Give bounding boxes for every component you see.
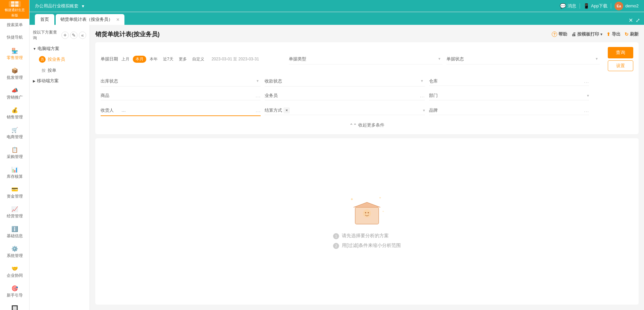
sidebar-item-wholesale[interactable]: 📦 批发管理 [0, 64, 29, 84]
sidebar-item-retail[interactable]: 🏪 零售管理 [0, 44, 29, 64]
tab-home-label: 首页 [40, 16, 49, 22]
collapse-arrow-icon: ⌃⌃ [350, 123, 357, 128]
date-label: 单据日期 [101, 56, 119, 62]
scheme-item-by-salesperson[interactable]: 员 按业务员 [30, 54, 90, 65]
purchase-icon: 📋 [11, 147, 18, 153]
action-buttons: 查询 设置 [608, 47, 633, 71]
tab-home[interactable]: 首页 [35, 14, 54, 25]
app-download-label: App下载 [591, 3, 607, 9]
salesperson-select[interactable]: … [283, 93, 425, 99]
pc-scheme-group-title[interactable]: ▼ 电脑端方案 [30, 44, 90, 54]
salesperson-dots: … [420, 93, 425, 99]
export-btn[interactable]: ⬆ 导出 [606, 31, 621, 37]
print-arrow-icon[interactable]: ▾ [600, 32, 602, 37]
doc-type-select[interactable]: ▾ [308, 55, 442, 63]
doc-status-select[interactable]: ▾ [465, 55, 600, 63]
mobile-scheme-group-title[interactable]: ▶ 移动端方案 [30, 76, 90, 86]
right-main-panel: 销货单统计表(按业务员) ? 帮助 🖨 按模板打印 ▾ ⬆ 导出 [90, 25, 644, 310]
svg-text:✦: ✦ [379, 196, 381, 200]
close-window-btn[interactable]: ✕ [629, 17, 633, 23]
scheme-salesperson-label: 按业务员 [48, 56, 65, 62]
sidebar-item-guide[interactable]: 🎯 新手引导 [0, 282, 29, 302]
scheme-item-by-doc[interactable]: 按 按单 [30, 65, 90, 76]
date-option-this-month[interactable]: 本月 [133, 56, 146, 63]
sidebar-item-sales-label: 销售管理 [7, 114, 23, 120]
tab-sales-stat[interactable]: 销货单统计表（按业务员） ✕ [56, 14, 124, 25]
hint-num-1: 1 [333, 233, 339, 239]
operations-icon: 📈 [11, 206, 18, 212]
receipt-status-label: 收款状态 [265, 78, 283, 84]
department-select[interactable]: ▾ [442, 93, 589, 98]
tab-sales-stat-close[interactable]: ✕ [116, 17, 120, 22]
sidebar-item-system[interactable]: ⚙️ 系统管理 [0, 242, 29, 262]
collapse-btn[interactable]: ⌃⌃ 收起更多条件 [345, 121, 388, 130]
maximize-window-btn[interactable]: ⤢ [636, 17, 640, 23]
payment-method-dropdown-icon[interactable]: ▾ [423, 108, 425, 113]
app-download-btn[interactable]: 📱 App下载 [583, 3, 607, 9]
app-subtext: 标版 [11, 13, 18, 18]
warehouse-field: 仓库 … [429, 77, 589, 86]
sidebar-item-operations[interactable]: 📈 经营管理 [0, 203, 29, 222]
receipt-status-dropdown-icon: ▾ [421, 79, 423, 83]
doc-type-label: 单据类型 [289, 56, 308, 62]
search-label[interactable]: 搜索菜单 [7, 22, 23, 28]
refresh-btn[interactable]: ↻ 刷新 [625, 31, 639, 37]
date-option-this-year[interactable]: 本年 [148, 56, 160, 63]
filter-row-3: 商品 … 业务员 … 部门 [101, 91, 633, 100]
date-option-7days[interactable]: 近7天 [161, 56, 175, 63]
department-dropdown-icon: ▾ [587, 93, 589, 98]
sidebar-search-area[interactable]: 搜索菜单 [0, 19, 29, 29]
date-filter-field: 单据日期 上月 本月 本年 近7天 更多 自定义 2023-03-01 至 20… [101, 56, 285, 63]
warehouse-select[interactable]: … [442, 78, 589, 84]
workspace-dropdown-icon[interactable]: ▾ [82, 3, 84, 9]
sidebar-item-finance[interactable]: 💳 资金管理 [0, 183, 29, 203]
user-profile[interactable]: Ea demo2 [614, 2, 639, 10]
query-button[interactable]: 查询 [608, 47, 633, 58]
shortcut-label: 快捷导航 [7, 32, 23, 42]
brand-select[interactable]: … [442, 107, 589, 113]
username-label: demo2 [625, 3, 639, 8]
receipt-status-select[interactable]: ▾ [283, 77, 425, 85]
cooperation-icon: 🤝 [11, 265, 18, 272]
sidebar-item-apps[interactable]: 🔲 应用中心 [0, 302, 29, 310]
product-select[interactable]: … [119, 93, 261, 99]
sidebar-item-purchase[interactable]: 📋 采购管理 [0, 143, 29, 163]
sidebar-item-ecommerce[interactable]: 🛒 电商管理 [0, 123, 29, 143]
out-status-field: 出库状态 ▾ [101, 76, 261, 87]
date-option-custom[interactable]: 自定义 [190, 56, 206, 63]
wholesale-icon: 📦 [11, 67, 18, 74]
sidebar-item-inventory[interactable]: 📊 库存核算 [0, 163, 29, 183]
sidebar-item-ecommerce-label: 电商管理 [7, 134, 23, 140]
empty-illustration: ✦ ✦ ✦ [347, 194, 387, 227]
print-btn[interactable]: 🖨 按模板打印 ▾ [571, 31, 602, 37]
out-status-select[interactable]: ▾ [119, 77, 261, 85]
mobile-scheme-group-label: 移动端方案 [37, 78, 59, 84]
finance-icon: 💳 [11, 186, 18, 193]
basic-icon: ℹ️ [11, 226, 18, 232]
collapse-panel-btn[interactable]: « [79, 32, 86, 39]
message-btn[interactable]: 💬 消息 [560, 3, 576, 9]
sidebar-item-basic[interactable]: ℹ️ 基础信息 [0, 222, 29, 242]
edit-scheme-btn[interactable]: ✎ [70, 32, 77, 39]
tab-sales-stat-label: 销货单统计表（按业务员） [60, 16, 113, 22]
doc-status-field: 单据状态 ▾ [446, 54, 600, 64]
sidebar-item-marketing[interactable]: 📣 营销推广 [0, 84, 29, 104]
help-btn[interactable]: ? 帮助 [552, 31, 567, 37]
date-option-more[interactable]: 更多 [177, 56, 189, 63]
consignee-input[interactable] [119, 106, 255, 114]
ecommerce-icon: 🛒 [11, 127, 18, 133]
svg-rect-3 [15, 4, 18, 7]
payment-method-select[interactable]: × ▾ [283, 107, 425, 113]
page-title-text: 销货单统计表(按业务员) [95, 30, 160, 38]
empty-hint-2: 2 用[过滤]条件来缩小分析范围 [333, 243, 401, 249]
settings-button[interactable]: 设置 [608, 60, 633, 71]
sidebar-item-cooperation[interactable]: 🤝 企业协同 [0, 262, 29, 282]
collapse-row: ⌃⌃ 收起更多条件 [101, 121, 633, 130]
scheme-panel-actions: + ✎ « [61, 32, 86, 39]
sidebar-item-sales[interactable]: 💰 销售管理 [0, 104, 29, 123]
pc-scheme-group-label: 电脑端方案 [38, 46, 59, 52]
add-scheme-btn[interactable]: + [61, 32, 69, 39]
refresh-label: 刷新 [630, 31, 639, 37]
sidebar-item-retail-label: 零售管理 [7, 55, 23, 61]
date-option-last-month[interactable]: 上月 [119, 56, 131, 63]
